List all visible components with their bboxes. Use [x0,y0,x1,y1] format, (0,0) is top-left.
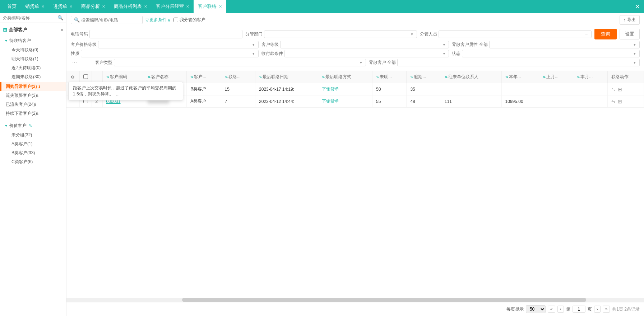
page-size-label: 每页显示 [506,306,524,312]
customer-type-select[interactable]: ▼ [114,59,366,66]
col-checkbox [79,71,92,83]
export-button[interactable]: ↑ 导出 [620,15,640,25]
nav-item-customer-tier[interactable]: 客户分层经营 ✕ [152,0,194,13]
sidebar-group-value-header[interactable]: ▼ 价值客户 ✎ [0,121,66,131]
window-close-button[interactable]: ✕ [635,3,640,10]
col-unit-contact[interactable]: ⇅往来单位联系人 [441,71,501,83]
caret-icon-3: ▼ [252,43,255,47]
sidebar-item-7days[interactable]: 近7天待联络(0) [9,63,66,72]
customer-level-select[interactable]: ▼ [280,41,449,48]
col-uncontacted[interactable]: ⇅未联... [372,71,407,83]
col-settings[interactable]: ⚙ [66,71,79,83]
sidebar-item-tomorrow[interactable]: 明天待联络(1) [9,55,66,63]
payment-select[interactable]: ▼ [284,50,449,57]
sidebar-item-ungrouped[interactable]: 未分组(32) [9,131,66,140]
select-all-checkbox[interactable] [83,74,88,79]
row1-action-link-icon[interactable]: ⇋ [611,86,616,92]
sidebar-item-overdue[interactable]: 逾期未联络(30) [9,72,66,81]
nav-item-analysis[interactable]: 商品分析 ✕ [77,0,110,13]
sidebar-root-all-customers[interactable]: ⊞ 全部客户 » [0,24,66,35]
my-customers-checkbox[interactable] [173,18,178,22]
nav-close-customer-tier[interactable]: ✕ [186,4,189,9]
row2-action-grid-icon[interactable]: ⊞ [618,99,622,104]
active-indicator [0,82,1,91]
status-select[interactable]: ▼ [462,50,640,57]
col-type[interactable]: ⇅客户... [187,71,221,83]
price-level-select[interactable]: ▼ [98,41,259,48]
search-input[interactable] [81,18,139,23]
col-code[interactable]: ⇅客户编码 [102,71,144,83]
nav-item-sales[interactable]: 销货单 ✕ [21,0,49,13]
expand-icon-value: ▼ [4,124,8,128]
nav-close-sales[interactable]: ✕ [41,4,45,9]
page-size-select[interactable]: 50 100 200 [526,305,546,313]
retail-select[interactable]: ▼ [397,59,640,66]
sidebar-collapse-icon[interactable]: » [61,27,63,32]
first-page-button[interactable]: « [548,306,555,313]
tooltip-popup: 距客户上次交易时长，超过了此客户的平均交易周期的1.5倍，则视为异常。 ... [68,82,183,100]
nav-item-purchase[interactable]: 进货单 ✕ [49,0,77,13]
tooltip-close[interactable]: ... [116,91,120,96]
nav-item-customer-contact[interactable]: 客户联络 ✕ [194,0,226,13]
row2-last-date: 2023-04-12 14:44: [255,95,318,108]
col-name[interactable]: ⇅客户名称 [144,71,187,83]
scroll-thumb[interactable] [182,298,587,302]
sidebar-item-class-a[interactable]: A类客户(1) [9,140,66,148]
sidebar-item-loss-warning[interactable]: 流失预警客户(3) ℹ [0,91,66,100]
edit-icon[interactable]: ✎ [29,123,32,128]
col-this-year[interactable]: ⇅本年... [501,71,539,83]
page-number-input[interactable] [573,306,585,313]
sidebar-item-today[interactable]: 今天待联络(0) [9,46,66,55]
sidebar-item-class-b[interactable]: B类客户(33) [9,148,66,157]
pagination-bar: 每页显示 50 100 200 « ‹ 第 页 › » 共1页 2条记录 [66,302,644,316]
nature-select[interactable]: ▼ [81,50,259,57]
col-contact[interactable]: ⇅联络... [221,71,255,83]
nav-close-customer-contact[interactable]: ✕ [219,4,222,9]
row1-uncontacted: 50 [372,83,407,95]
more-conditions-btn[interactable]: ▽ 更多条件 ∧ [145,17,171,23]
filter-cell-customer-level: 客户等级 ▼ [261,41,449,48]
nav-item-analysis-list[interactable]: 商品分析列表 ✕ [110,0,152,13]
filter-cell-payment: 收付款条件 ▼ [261,50,449,57]
sidebar-group-pending-header[interactable]: ▼ 待联络客户 [0,36,66,46]
sidebar-item-repurchase-anomaly[interactable]: 回购异常客户(2) ℹ [0,82,66,91]
sidebar-search-input[interactable] [3,15,57,20]
col-overdue[interactable]: ⇅逾期... [407,71,441,83]
horizontal-scrollbar[interactable] [66,298,644,302]
row1-contact: 15 [221,83,255,95]
last-page-button[interactable]: » [603,306,610,313]
col-last-month[interactable]: ⇅上月... [539,71,573,83]
sidebar-item-lost[interactable]: 已流失客户(24) ℹ [0,100,66,109]
nav-item-home[interactable]: 首页 [3,0,21,13]
sort-icon-name: ⇅ [148,75,150,79]
col-this-month[interactable]: ⇅本月... [573,71,607,83]
search-box: 🔍 [71,16,143,24]
sidebar-item-declining[interactable]: 持续下滑客户(2) ℹ [0,109,66,118]
row2-action-link-icon[interactable]: ⇋ [611,99,616,104]
filter-cell-phone: 电话号码 [71,30,242,38]
my-customers-checkbox-label[interactable]: 我分管的客户 [173,17,205,23]
filter-cell-nature: 性质 ▼ [71,50,259,57]
nav-close-purchase[interactable]: ✕ [69,4,73,9]
prev-page-button[interactable]: ‹ [557,306,564,313]
query-button[interactable]: 查询 [594,29,617,39]
nav-close-analysis[interactable]: ✕ [102,4,105,9]
col-last-method[interactable]: ⇅最后联络方式 [318,71,372,83]
row2-this-year: 10995.00 [501,95,539,108]
expand-more-icon[interactable]: ··· [72,60,77,66]
sidebar-search-icon[interactable]: 🔍 [57,15,63,20]
next-page-button[interactable]: › [594,306,601,313]
phone-input[interactable] [89,30,242,38]
filter-row-2: 客户价格等级 ▼ 客户等级 ▼ 零散客户属性 全部 [71,41,640,48]
settings-button[interactable]: 设置 [620,29,640,39]
col-index [92,71,102,83]
retail-attr-select[interactable]: ▼ [489,41,640,48]
nav-close-analysis-list[interactable]: ✕ [144,4,147,9]
sidebar-item-class-c[interactable]: C类客户(6) [9,157,66,166]
col-last-date[interactable]: ⇅最后联络日期 [255,71,318,83]
dept-select[interactable]: ▼ [264,30,417,38]
info-icon[interactable]: ℹ [38,84,40,89]
filter-cell-retail-attr: 零散客户属性 全部 ▼ [452,41,640,48]
row1-action-grid-icon[interactable]: ⊞ [618,86,622,92]
person-select[interactable]: ··· [439,30,592,38]
